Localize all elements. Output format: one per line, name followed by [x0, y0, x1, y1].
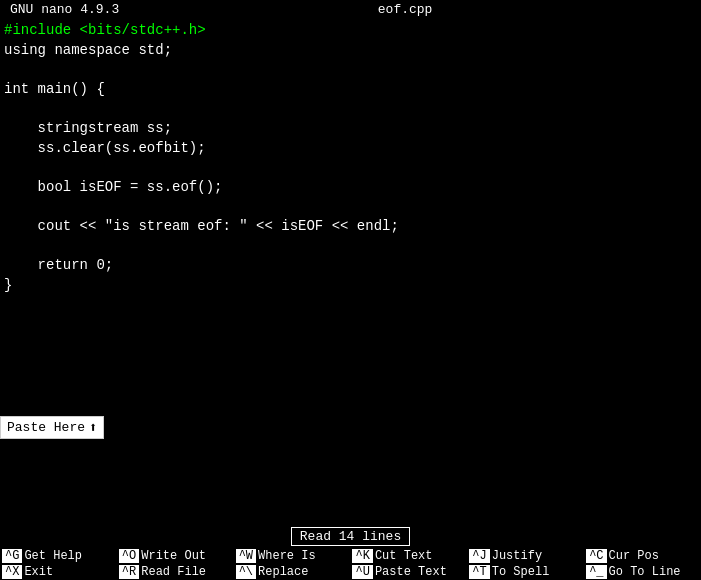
status-bar: Read 14 lines — [0, 525, 701, 548]
shortcut-label: Write Out — [141, 549, 206, 563]
code-line: int main() { — [4, 80, 697, 100]
nano-version: GNU nano 4.9.3 — [10, 2, 119, 17]
code-line: bool isEOF = ss.eof(); — [4, 178, 697, 198]
code-line — [4, 237, 697, 257]
shortcut-item[interactable]: ^_ Go To Line — [584, 564, 701, 580]
shortcut-item[interactable]: ^X Exit — [0, 564, 117, 580]
shortcut-label: Go To Line — [609, 565, 681, 579]
shortcut-label: Justify — [492, 549, 542, 563]
editor-area[interactable]: #include <bits/stdc++.h>using namespace … — [0, 19, 701, 525]
shortcut-label: To Spell — [492, 565, 550, 579]
shortcut-label: Paste Text — [375, 565, 447, 579]
terminal: GNU nano 4.9.3 eof.cpp #include <bits/st… — [0, 0, 701, 580]
shortcut-item[interactable]: ^U Paste Text — [350, 564, 467, 580]
shortcut-key: ^O — [119, 549, 139, 563]
shortcut-key: ^C — [586, 549, 606, 563]
shortcut-label: Cur Pos — [609, 549, 659, 563]
code-line: ss.clear(ss.eofbit); — [4, 139, 697, 159]
shortcut-key: ^U — [352, 565, 372, 579]
shortcut-item[interactable]: ^O Write Out — [117, 548, 234, 564]
shortcut-key: ^W — [236, 549, 256, 563]
code-line: stringstream ss; — [4, 119, 697, 139]
shortcut-item[interactable]: ^T To Spell — [467, 564, 584, 580]
shortcut-item[interactable]: ^\ Replace — [234, 564, 351, 580]
shortcut-key: ^J — [469, 549, 489, 563]
shortcut-item[interactable]: ^R Read File — [117, 564, 234, 580]
shortcut-item[interactable]: ^G Get Help — [0, 548, 117, 564]
shortcut-item[interactable]: ^K Cut Text — [350, 548, 467, 564]
shortcut-item[interactable]: ^J Justify — [467, 548, 584, 564]
shortcut-label: Exit — [24, 565, 53, 579]
code-line: cout << "is stream eof: " << isEOF << en… — [4, 217, 697, 237]
code-line — [4, 197, 697, 217]
shortcut-key: ^_ — [586, 565, 606, 579]
code-lines: #include <bits/stdc++.h>using namespace … — [4, 21, 697, 295]
shortcut-item[interactable]: ^W Where Is — [234, 548, 351, 564]
shortcut-row-2: ^X Exit^R Read File^\ Replace^U Paste Te… — [0, 564, 701, 580]
shortcut-label: Get Help — [24, 549, 82, 563]
status-message: Read 14 lines — [291, 527, 410, 546]
shortcut-label: Cut Text — [375, 549, 433, 563]
bottom-bar: ^G Get Help^O Write Out^W Where Is^K Cut… — [0, 548, 701, 580]
code-line — [4, 158, 697, 178]
shortcut-row-1: ^G Get Help^O Write Out^W Where Is^K Cut… — [0, 548, 701, 564]
shortcut-label: Where Is — [258, 549, 316, 563]
code-line: using namespace std; — [4, 41, 697, 61]
shortcut-key: ^G — [2, 549, 22, 563]
paste-label[interactable]: Paste Here — [7, 420, 85, 435]
shortcut-label: Replace — [258, 565, 308, 579]
code-line: #include <bits/stdc++.h> — [4, 21, 697, 41]
shortcut-key: ^R — [119, 565, 139, 579]
shortcut-item[interactable]: ^C Cur Pos — [584, 548, 701, 564]
shortcut-key: ^\ — [236, 565, 256, 579]
code-line — [4, 60, 697, 80]
filename: eof.cpp — [378, 2, 433, 17]
shortcut-key: ^T — [469, 565, 489, 579]
shortcut-label: Read File — [141, 565, 206, 579]
title-bar: GNU nano 4.9.3 eof.cpp — [0, 0, 701, 19]
code-line: return 0; — [4, 256, 697, 276]
upload-icon: ⬆ — [89, 419, 97, 436]
code-line — [4, 99, 697, 119]
shortcut-key: ^K — [352, 549, 372, 563]
code-line: } — [4, 276, 697, 296]
paste-popup[interactable]: Paste Here ⬆ — [0, 416, 104, 439]
shortcut-key: ^X — [2, 565, 22, 579]
